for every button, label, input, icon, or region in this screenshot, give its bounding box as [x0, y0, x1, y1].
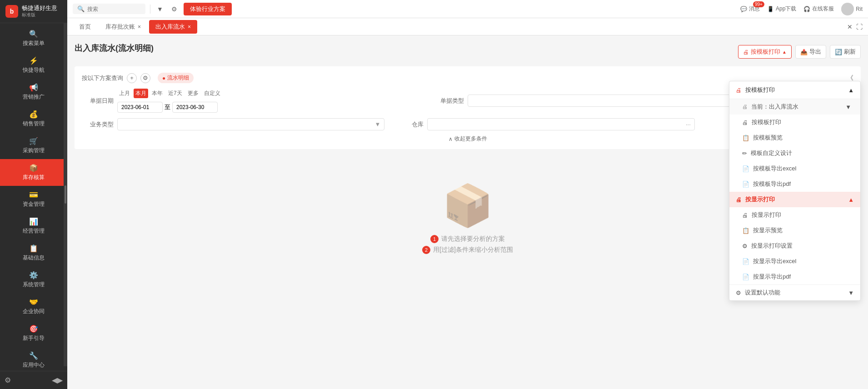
nav-label-marketing: 营销推广: [23, 93, 45, 101]
date-from-input[interactable]: [117, 102, 163, 113]
shortcut-more[interactable]: 更多: [186, 89, 200, 98]
logo-icon: b: [5, 5, 18, 18]
main-area: 🔍 ▼ ⚙ 体验行业方案 💬 消息 99+ 📱 App下载 🎧 在线客服 Ri: [67, 0, 868, 389]
date-to-input[interactable]: [172, 102, 218, 113]
nav-icon-inventory: 📦: [29, 164, 38, 172]
dropdown-footer[interactable]: ⚙ 设置默认功能 ▼: [729, 284, 860, 300]
nav-label-guide: 新手引导: [23, 334, 45, 342]
template-customize-item[interactable]: ✏ 模板自定义设计: [729, 145, 860, 161]
template-print-item[interactable]: 🖨 按模板打印: [729, 115, 860, 130]
sidebar-item-system[interactable]: ⚙️系统管理: [0, 266, 67, 293]
fullscreen-icon[interactable]: ⛶: [856, 23, 863, 30]
nav-icon-search: 🔍: [29, 30, 38, 38]
search-icon: 🔍: [77, 5, 85, 12]
dropdown-arrow-icon[interactable]: ▼: [155, 4, 165, 15]
template-pdf-icon: 📄: [742, 181, 749, 188]
current-selection[interactable]: 🖨 当前：出入库流水 ▼: [729, 99, 860, 115]
brand-name: 畅捷通好生意: [22, 5, 57, 12]
close-window-icon[interactable]: ✕: [847, 23, 853, 30]
nav-icon-guide: 🎯: [29, 324, 38, 333]
sidebar-scrollbar[interactable]: [64, 23, 67, 366]
sidebar-item-finance[interactable]: 💳资金管理: [0, 186, 67, 213]
customer-service-btn[interactable]: 🎧 在线客服: [803, 5, 834, 13]
sidebar-item-collab[interactable]: 🤝企业协同: [0, 293, 67, 320]
nav-icon-finance: 💳: [29, 190, 38, 199]
tab-inout-close-icon[interactable]: ×: [188, 24, 191, 30]
phone-icon: 📱: [767, 6, 774, 12]
settings-icon[interactable]: ⚙: [5, 376, 11, 384]
sidebar-nav: 🔍搜索菜单⚡快捷导航📢营销推广💰销售管理🛒采购管理📦库存核算💳资金管理📊经营管理…: [0, 23, 67, 371]
settings-icon[interactable]: ⚙: [170, 4, 179, 15]
display-section-header[interactable]: 🖨 按显示打印 ▲: [729, 192, 860, 207]
tab-batch-close-icon[interactable]: ×: [138, 24, 141, 30]
display-preview-label: 按显示预览: [753, 226, 783, 234]
tab-batch-account[interactable]: 库存批次账 ×: [99, 20, 147, 34]
nav-label-search: 搜索菜单: [23, 40, 45, 47]
warehouse-arrow-icon: ···: [686, 121, 691, 128]
user-avatar[interactable]: Rit: [841, 3, 863, 15]
shortcut-7days[interactable]: 近7天: [166, 89, 184, 98]
refresh-btn[interactable]: 🔄 刷新: [830, 45, 861, 59]
display-section-label: 按显示打印: [745, 195, 775, 204]
sidebar-item-search[interactable]: 🔍搜索菜单: [0, 25, 67, 52]
print-arrow-icon: ▲: [782, 50, 787, 55]
search-add-btn[interactable]: +: [127, 73, 137, 83]
collapse-icon[interactable]: ◀▶: [52, 376, 63, 384]
warehouse-select[interactable]: ···: [427, 118, 694, 130]
tab-home[interactable]: 首页: [73, 20, 97, 34]
shortcut-this-year[interactable]: 本年: [150, 89, 165, 98]
nav-label-basic-info: 基础信息: [23, 254, 45, 262]
search-input[interactable]: [87, 6, 141, 12]
shortcut-custom[interactable]: 自定义: [202, 89, 222, 98]
headset-icon: 🎧: [803, 6, 810, 12]
display-pdf-icon: 📄: [742, 274, 749, 280]
nav-label-system: 系统管理: [23, 281, 45, 289]
biz-type-select[interactable]: ▼: [117, 118, 384, 130]
display-print-item[interactable]: 🖨 按显示打印: [729, 207, 860, 223]
topbar-right: 💬 消息 99+ 📱 App下载 🎧 在线客服 Rit: [740, 3, 863, 15]
display-settings-item[interactable]: ⚙ 按显示打印设置: [729, 238, 860, 254]
display-pdf-label: 按显示导出pdf: [753, 273, 791, 281]
print-btn[interactable]: 🖨 按模板打印 ▲: [738, 45, 792, 59]
trial-btn[interactable]: 体验行业方案: [184, 3, 232, 15]
sidebar-item-guide[interactable]: 🎯新手引导: [0, 320, 67, 347]
biz-select-arrow-icon: ▼: [375, 121, 381, 128]
search-setting-btn[interactable]: ⚙: [140, 73, 150, 83]
template-preview-label: 按模板预览: [753, 134, 783, 142]
shortcut-last-month[interactable]: 上月: [117, 89, 132, 98]
biz-type-label: 业务类型: [82, 120, 114, 129]
collapse-btn[interactable]: ∧ 收起更多条件: [449, 135, 487, 143]
sidebar-item-marketing[interactable]: 📢营销推广: [0, 79, 67, 105]
display-excel-item[interactable]: 📄 按显示导出excel: [729, 254, 860, 269]
nav-label-purchase: 采购管理: [23, 147, 45, 155]
empty-hint-1: 1 请先选择要分析的方案: [430, 235, 505, 243]
display-items: 🖨 按显示打印 📋 按显示预览 ⚙ 按显示打印设置 📄 按显示导出excel 📄: [729, 207, 860, 284]
sidebar-item-sales[interactable]: 💰销售管理: [0, 105, 67, 132]
sidebar-item-quick-nav[interactable]: ⚡快捷导航: [0, 52, 67, 79]
sidebar-item-purchase[interactable]: 🛒采购管理: [0, 132, 67, 159]
date-field: 单据日期 上月 本月 本年 近7天 更多 自定义: [82, 89, 425, 113]
topbar: 🔍 ▼ ⚙ 体验行业方案 💬 消息 99+ 📱 App下载 🎧 在线客服 Ri: [67, 0, 868, 18]
app-download-btn[interactable]: 📱 App下载: [767, 5, 796, 13]
tab-inout-flow[interactable]: 出入库流水 ×: [149, 20, 197, 34]
template-export-excel-item[interactable]: 📄 按模板导出excel: [729, 161, 860, 176]
template-excel-icon: 📄: [742, 165, 749, 172]
nav-icon-basic-info: 📋: [29, 244, 38, 253]
sidebar-item-basic-info[interactable]: 📋基础信息: [0, 239, 67, 266]
tabs-window-btns: ✕ ⛶: [847, 23, 863, 30]
display-pdf-item[interactable]: 📄 按显示导出pdf: [729, 269, 860, 284]
sidebar-item-inventory[interactable]: 📦库存核算: [0, 159, 67, 186]
display-preview-item[interactable]: 📋 按显示预览: [729, 223, 860, 238]
dropdown-header[interactable]: 🖨 按模板打印 ▲: [729, 81, 860, 99]
page-title: 出入库流水(流水明细): [75, 43, 154, 54]
topbar-search-box[interactable]: 🔍: [73, 4, 145, 14]
sidebar-item-operations[interactable]: 📊经营管理: [0, 213, 67, 239]
sidebar-item-app-center[interactable]: 🔧应用中心: [0, 347, 67, 371]
template-export-pdf-item[interactable]: 📄 按模板导出pdf: [729, 176, 860, 192]
template-preview-item[interactable]: 📋 按模板预览: [729, 130, 860, 145]
shortcut-this-month[interactable]: 本月: [134, 89, 148, 98]
nav-label-app-center: 应用中心: [23, 361, 45, 369]
footer-label: 设置默认功能: [745, 289, 780, 297]
message-btn[interactable]: 💬 消息 99+: [740, 5, 760, 13]
export-btn[interactable]: 📤 导出: [795, 45, 826, 59]
